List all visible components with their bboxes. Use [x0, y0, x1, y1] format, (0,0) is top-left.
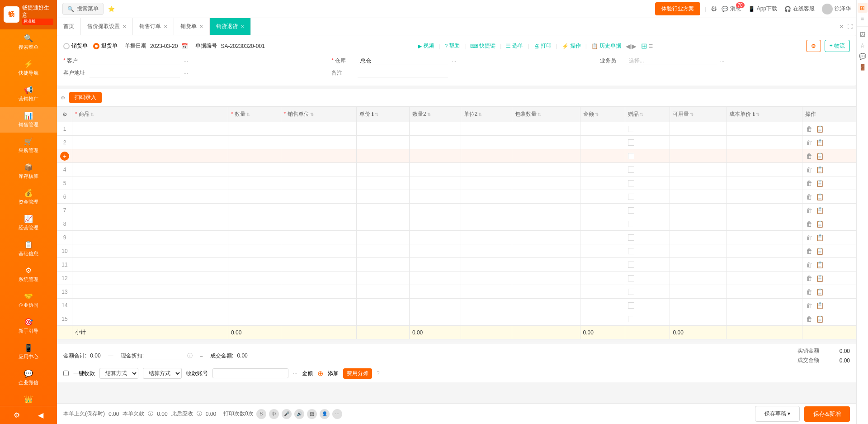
price-cell[interactable]	[356, 149, 409, 163]
delete-row-btn[interactable]: 🗑	[805, 274, 813, 283]
message-btn[interactable]: 💬 消息 70	[722, 5, 741, 13]
delete-row-btn[interactable]: 🗑	[805, 287, 813, 296]
qty2-cell[interactable]	[409, 149, 461, 163]
delete-row-btn[interactable]: 🗑	[805, 179, 813, 188]
action-select[interactable]: ☰ 选单	[506, 42, 523, 50]
unit2-cell[interactable]	[461, 136, 512, 149]
tab-close-sale-return[interactable]: ✕	[241, 24, 244, 29]
qty2-cell[interactable]	[409, 122, 461, 136]
delete-row-btn[interactable]: 🗑	[805, 124, 813, 133]
copy-row-btn[interactable]: 📋	[815, 233, 825, 242]
address-input[interactable]	[90, 69, 180, 77]
pkg-qty-cell[interactable]	[512, 136, 580, 149]
gift-checkbox[interactable]	[628, 302, 634, 309]
radio-sale[interactable]: 销货单	[63, 42, 88, 50]
tab-close-sale-order[interactable]: ✕	[164, 24, 167, 29]
action-print[interactable]: 🖨 打印	[534, 42, 552, 50]
gift-checkbox[interactable]	[628, 194, 634, 200]
sidebar-item-search[interactable]: 🔍 搜索菜单	[0, 29, 57, 55]
delete-row-btn[interactable]: 🗑	[805, 219, 813, 229]
gift-checkbox[interactable]	[628, 289, 634, 295]
add-cost-icon[interactable]: ⊕	[317, 369, 323, 378]
tab-close-sale-price[interactable]: ✕	[123, 24, 126, 29]
qty-cell[interactable]	[228, 122, 281, 136]
sidebar-item-system[interactable]: ⚙ 系统管理	[0, 262, 57, 287]
one-pay-checkbox[interactable]	[63, 371, 69, 376]
delete-row-btn[interactable]: 🗑	[805, 301, 813, 310]
goods-cell[interactable]	[72, 122, 228, 136]
right-panel-door-icon[interactable]: 🚪	[858, 62, 868, 72]
right-panel-table1-icon[interactable]: ⊞	[858, 3, 868, 13]
list-view-btn[interactable]: ≡	[649, 42, 653, 50]
gift-checkbox[interactable]	[628, 139, 634, 146]
remark-input[interactable]	[358, 69, 448, 77]
settings-icon[interactable]: ⚙	[711, 5, 717, 13]
copy-row-btn[interactable]: 📋	[815, 260, 825, 269]
sidebar-item-inventory[interactable]: 📦 库存核算	[0, 158, 57, 184]
tab-expand[interactable]: ⛶	[847, 24, 853, 30]
amount-cell[interactable]	[580, 149, 625, 163]
gift-checkbox[interactable]	[628, 126, 634, 132]
unit2-cell[interactable]	[461, 149, 512, 163]
settings-bottom-icon[interactable]: ⚙	[14, 411, 20, 419]
copy-row-btn[interactable]: 📋	[815, 314, 825, 324]
right-panel-table2-icon[interactable]: ≡	[858, 14, 868, 24]
delete-row-btn[interactable]: 🗑	[805, 247, 813, 256]
gift-checkbox[interactable]	[628, 234, 634, 241]
warehouse-dots[interactable]: ···	[452, 58, 456, 64]
copy-row-btn[interactable]: 📋	[815, 192, 825, 201]
delete-row-btn[interactable]: 🗑	[805, 165, 813, 174]
sidebar-item-apps[interactable]: 📱 应用中心	[0, 339, 57, 365]
gift-cell[interactable]	[625, 122, 670, 136]
copy-row-btn[interactable]: 📋	[815, 301, 825, 310]
price-cell[interactable]	[356, 136, 409, 149]
online-service-btn[interactable]: 🎧 在线客服	[784, 5, 815, 13]
sidebar-item-operations[interactable]: 📈 经营管理	[0, 210, 57, 236]
calc-method-select[interactable]: 结算方式	[143, 368, 182, 379]
action-history[interactable]: 📋 历史单据	[591, 42, 621, 50]
tab-sale-return[interactable]: 销货退货 ✕	[210, 18, 251, 35]
prev-arrow[interactable]: ◀	[626, 43, 631, 50]
goods-cell[interactable]	[72, 136, 228, 149]
gift-checkbox[interactable]	[628, 207, 634, 214]
sidebar-item-purchase[interactable]: 🛒 采购管理	[0, 133, 57, 158]
action-video[interactable]: ▶ 视频	[418, 42, 434, 50]
copy-row-btn[interactable]: 📋	[815, 274, 825, 283]
topbar-shortcuts[interactable]: ⭐	[108, 6, 115, 12]
grid-view-btn[interactable]: ⊞	[641, 42, 647, 50]
salesperson-input[interactable]	[626, 57, 717, 65]
sale-unit-cell[interactable]	[281, 136, 356, 149]
delete-row-btn[interactable]: 🗑	[805, 206, 813, 215]
copy-row-btn[interactable]: 📋	[815, 219, 825, 229]
next-arrow[interactable]: ▶	[632, 43, 637, 50]
delete-row-btn[interactable]: 🗑	[805, 138, 813, 147]
action-operation[interactable]: ⚡ 操作	[562, 42, 581, 50]
bottom-icon-voice[interactable]: 🔊	[294, 409, 304, 419]
gift-checkbox[interactable]	[628, 248, 634, 254]
gift-checkbox[interactable]	[628, 180, 634, 186]
tab-close-window[interactable]: ✕	[839, 24, 844, 30]
copy-row-btn[interactable]: 📋	[815, 287, 825, 296]
action-help[interactable]: ? 帮助	[444, 42, 460, 50]
qty-cell[interactable]	[228, 136, 281, 149]
salesperson-dots[interactable]: ···	[720, 58, 725, 64]
bank-no-input[interactable]	[212, 368, 288, 378]
tab-close-sale-goods[interactable]: ✕	[199, 24, 203, 29]
settle-method-select[interactable]: 结算方式	[99, 368, 138, 379]
tab-sale-goods[interactable]: 销货单 ✕	[174, 18, 210, 35]
right-panel-star-icon[interactable]: ☆	[858, 40, 868, 50]
delete-row-btn[interactable]: 🗑	[805, 233, 813, 242]
qty2-cell[interactable]	[409, 136, 461, 149]
gift-checkbox[interactable]	[628, 275, 634, 281]
sidebar-item-enterprise[interactable]: 🤝 企业协同	[0, 287, 57, 313]
gift-checkbox[interactable]	[628, 221, 634, 227]
tab-home[interactable]: 首页	[57, 18, 81, 35]
gift-checkbox[interactable]	[628, 262, 634, 268]
doc-settings-btn[interactable]: ⚙	[806, 40, 821, 52]
fee-help-icon[interactable]: ?	[377, 370, 380, 376]
price-cell[interactable]	[356, 122, 409, 136]
save-new-btn[interactable]: 保存&新增	[804, 406, 850, 422]
gift-checkbox[interactable]	[628, 167, 634, 173]
bottom-icon-zh[interactable]: 中	[269, 409, 279, 419]
warehouse-input[interactable]	[358, 57, 448, 65]
